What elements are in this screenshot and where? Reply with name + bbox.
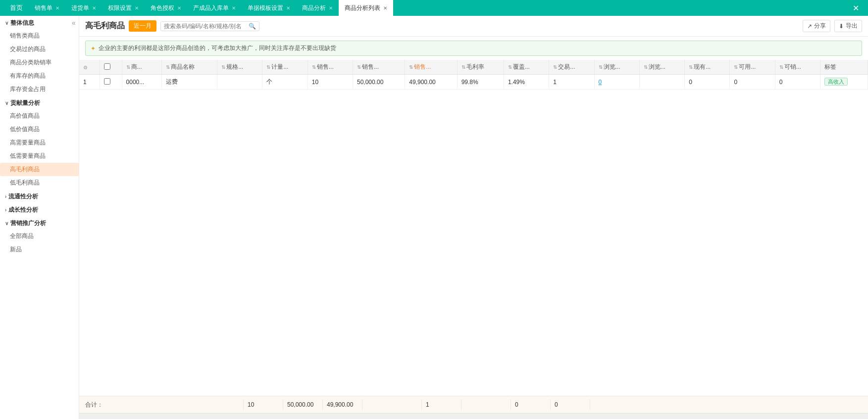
nav-home[interactable]: 首页 [4, 0, 29, 16]
cell-tag: 高收入 [820, 75, 868, 90]
nav-product-in[interactable]: 产成品入库单 ✕ [187, 0, 242, 16]
close-product-in-tab[interactable]: ✕ [232, 5, 236, 11]
col-name[interactable]: ⇅商品名称 [161, 60, 217, 75]
table-row: 1 0000... 运费 个 10 50,000.00 49,900.00 99… [79, 75, 868, 90]
nav-product-analysis-list[interactable]: 商品分析列表 ✕ [339, 0, 393, 16]
sidebar-item-all-goods[interactable]: 全部商品 [0, 230, 79, 243]
close-role-tab[interactable]: ✕ [177, 5, 181, 11]
cell-sale1: 10 [307, 75, 353, 90]
select-all-checkbox[interactable] [104, 63, 110, 70]
content-area: 高毛利商品 近一月 🔍 ↗ 分享 ⬇ 导出 ✦ 企业的主要 [79, 16, 868, 419]
top-nav: 首页 销售单 ✕ 进货单 ✕ 权限设置 ✕ 角色授权 ✕ 产成品入库单 ✕ 单据… [0, 0, 868, 16]
sidebar-item-low-demand[interactable]: 低需要量商品 [0, 149, 79, 163]
info-bar: ✦ 企业的主要的利润都是这部分商品创造的，可考虑加大推广，同时关注库存是不要出现… [85, 41, 862, 56]
col-trade[interactable]: ⇅交易... [549, 60, 594, 75]
info-text: 企业的主要的利润都是这部分商品创造的，可考虑加大推广，同时关注库存是不要出现缺货 [99, 44, 336, 52]
sidebar-item-stock-capital[interactable]: 库存资金占用 [0, 83, 79, 96]
export-icon: ⬇ [839, 23, 844, 30]
table-container[interactable]: ⚙ ⇅商... ⇅商品名称 ⇅规格... ⇅计量... ⇅销售... ⇅销售..… [79, 60, 868, 396]
close-template-tab[interactable]: ✕ [286, 5, 290, 11]
cell-margin-rate: 99.8% [457, 75, 504, 90]
export-button[interactable]: ⬇ 导出 [834, 20, 862, 32]
footer-available: 0 [551, 399, 590, 410]
content-header: 高毛利商品 近一月 🔍 ↗ 分享 ⬇ 导出 [79, 16, 868, 37]
nav-purchase[interactable]: 进货单 ✕ [65, 0, 102, 16]
close-purchase-tab[interactable]: ✕ [92, 5, 96, 11]
page-title: 高毛利商品 [85, 21, 125, 31]
nav-role[interactable]: 角色授权 ✕ [145, 0, 187, 16]
col-unit[interactable]: ⇅计量... [262, 60, 307, 75]
nav-template[interactable]: 单据模板设置 ✕ [242, 0, 296, 16]
sidebar-group-contribution[interactable]: ∨ 贡献量分析 [0, 96, 79, 109]
horizontal-scrollbar[interactable] [79, 413, 868, 419]
close-sales-tab[interactable]: ✕ [55, 5, 59, 11]
sidebar-item-high-demand[interactable]: 高需要量商品 [0, 136, 79, 149]
cell-unit: 个 [262, 75, 307, 90]
col-margin-rate[interactable]: ⇅毛利率 [457, 60, 504, 75]
sidebar-item-high-value[interactable]: 高价值商品 [0, 109, 79, 123]
nav-product-analysis[interactable]: 商品分析 ✕ [296, 0, 339, 16]
footer-spacer2 [362, 399, 422, 410]
col-sale3[interactable]: ⇅销售... [405, 60, 457, 75]
footer-total-bar: 合计： 10 50,000.00 49,900.00 1 0 0 [79, 396, 868, 413]
cell-code: 0000... [122, 75, 161, 90]
cell-trade: 1 [549, 75, 594, 90]
col-current[interactable]: ⇅现有... [685, 60, 730, 75]
share-button[interactable]: ↗ 分享 [803, 20, 830, 32]
sidebar-item-sales-goods[interactable]: 销售类商品 [0, 29, 79, 43]
col-code[interactable]: ⇅商... [122, 60, 161, 75]
col-available[interactable]: ⇅可用... [730, 60, 775, 75]
search-input[interactable] [164, 23, 247, 30]
col-checkbox[interactable] [100, 60, 122, 75]
col-sale1[interactable]: ⇅销售... [307, 60, 353, 75]
row-checkbox[interactable] [104, 78, 110, 85]
nav-permission[interactable]: 权限设置 ✕ [102, 0, 145, 16]
close-permission-tab[interactable]: ✕ [135, 5, 139, 11]
close-product-analysis-tab[interactable]: ✕ [329, 5, 333, 11]
cell-spec [217, 75, 262, 90]
col-saleable[interactable]: ⇅可销... [775, 60, 820, 75]
tag-badge: 高收入 [824, 78, 848, 86]
sidebar-collapse-button[interactable]: « [69, 18, 79, 28]
footer-sale3: 49,900.00 [323, 399, 362, 410]
footer-sale1: 10 [244, 399, 283, 410]
sidebar-group-growth[interactable]: › 成长性分析 [0, 203, 79, 216]
sidebar-item-new-goods[interactable]: 新品 [0, 243, 79, 256]
sidebar-item-traded-goods[interactable]: 交易过的商品 [0, 43, 79, 56]
cell-current: 0 [685, 75, 730, 90]
cell-browse2 [639, 75, 684, 90]
cell-name: 运费 [161, 75, 217, 90]
total-label: 合计： [85, 401, 145, 409]
browse1-link[interactable]: 0 [599, 79, 602, 86]
sidebar-group-marketing[interactable]: ∨ 营销推广分析 [0, 216, 79, 230]
close-product-analysis-list-tab[interactable]: ✕ [383, 5, 387, 11]
cell-browse1[interactable]: 0 [594, 75, 639, 90]
col-cover[interactable]: ⇅覆盖... [504, 60, 549, 75]
cell-sale3: 49,900.00 [405, 75, 457, 90]
cell-seq: 1 [79, 75, 100, 90]
sidebar-item-stock-goods[interactable]: 有库存的商品 [0, 69, 79, 83]
search-icon[interactable]: 🔍 [249, 23, 256, 30]
table-header-row: ⚙ ⇅商... ⇅商品名称 ⇅规格... ⇅计量... ⇅销售... ⇅销售..… [79, 60, 868, 75]
sidebar-group-flow[interactable]: › 流通性分析 [0, 189, 79, 203]
info-icon: ✦ [91, 45, 96, 52]
sidebar-item-low-value[interactable]: 低价值商品 [0, 123, 79, 136]
footer-spacer1 [145, 399, 244, 410]
col-sale2[interactable]: ⇅销售... [353, 60, 405, 75]
col-browse2[interactable]: ⇅浏览... [639, 60, 684, 75]
cell-checkbox[interactable] [100, 75, 122, 90]
window-close-button[interactable]: ✕ [848, 3, 864, 13]
cell-saleable: 0 [775, 75, 820, 90]
sidebar-group-overall[interactable]: ∨ 整体信息 [0, 16, 79, 29]
col-spec[interactable]: ⇅规格... [217, 60, 262, 75]
data-table: ⚙ ⇅商... ⇅商品名称 ⇅规格... ⇅计量... ⇅销售... ⇅销售..… [79, 60, 868, 90]
sidebar-item-category-assist[interactable]: 商品分类助销率 [0, 56, 79, 69]
col-tag[interactable]: 标签 [820, 60, 868, 75]
footer-trade: 1 [422, 399, 461, 410]
nav-sales[interactable]: 销售单 ✕ [29, 0, 65, 16]
col-browse1[interactable]: ⇅浏览... [594, 60, 639, 75]
sidebar-item-low-margin[interactable]: 低毛利商品 [0, 176, 79, 189]
col-seq: ⚙ [79, 60, 100, 75]
sidebar-item-high-margin[interactable]: 高毛利商品 [0, 163, 79, 176]
filter-recent-month-button[interactable]: 近一月 [129, 20, 156, 32]
